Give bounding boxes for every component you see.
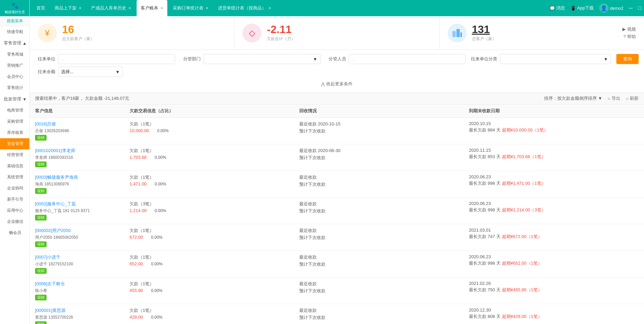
tab-close-production-history[interactable]: ✕ <box>128 6 131 10</box>
customer-info-3: [0002]服务中心_丁磊 服务中心_丁磊 181 0125 8371 现销 <box>35 201 130 220</box>
tab-close-products-off[interactable]: ✕ <box>79 6 82 10</box>
sort-label[interactable]: 排序：按欠款金额倒序排序 ▼ <box>544 95 603 101</box>
overdue-info-6: 2021.02.26 最长欠款 750 天 超期¥455.90（1笔） <box>469 281 639 293</box>
col-header-debt-info: 欠款交易信息（占比） <box>130 108 299 114</box>
customer-name-3[interactable]: [0002]服务中心_丁磊 <box>35 201 130 207</box>
customer-name-6[interactable]: [0006]去下粮仓 <box>35 281 130 287</box>
tab-customer-account[interactable]: 客户账本 ✕ <box>137 0 167 16</box>
filter-vendor-category-select[interactable]: ▼ <box>500 54 611 64</box>
message-icon[interactable]: 💬 消息 <box>550 5 565 11</box>
customer-phone-4: 用户2050 18665062050 <box>35 235 130 240</box>
debt-row-3: 1,214.00 0.00% <box>130 208 299 213</box>
sidebar-item-member-center[interactable]: 会员中心 <box>0 71 29 82</box>
collapse-button[interactable]: ⋀ 收起更多条件 <box>321 81 353 87</box>
sidebar-item-new-guide[interactable]: 新手引导 <box>0 194 29 205</box>
sidebar-item-retail-mgmt[interactable]: 零售管理▲ <box>0 37 29 49</box>
overdue-info-2: 2020.06.23 最长欠款 998 天 超期¥1,471.00（1笔） <box>469 174 639 186</box>
summary-actions: ▶ 视频 ? 帮助 <box>622 26 636 40</box>
recovery-info-5: 最近收款 预计下次收款 <box>299 254 469 267</box>
window-minimize-icon[interactable]: ─ <box>629 5 633 11</box>
help-icon: ? <box>623 34 626 39</box>
col-header-recovery: 回收情况 <box>299 108 469 114</box>
sidebar-item-search-menu[interactable]: 搜索菜单 <box>0 16 29 26</box>
sidebar-item-ecommerce[interactable]: 电商管理 <box>0 105 29 116</box>
total-debt-icon: ◇ <box>243 24 261 42</box>
tab-purchase-order[interactable]: 采购订单统计表 ✕ <box>169 0 213 16</box>
sidebar-item-ops-mgmt[interactable]: 经营管理 <box>0 149 29 160</box>
customer-tag-0: 现销 <box>35 135 47 141</box>
customer-name-4[interactable]: [000002]用户2050 <box>35 228 130 234</box>
filter-vendor-input[interactable]: ... <box>58 54 175 64</box>
table-row: [000002]用户2050 用户2050 18665062050 现销 欠款（… <box>30 224 644 251</box>
customer-name-2[interactable]: [0003]畅捷服务尹海燕 <box>35 174 130 180</box>
customer-tag-1: 现销 <box>35 161 47 167</box>
app-download-icon[interactable]: 📱 App下载 <box>570 5 594 11</box>
table-row: [0007]小进千 小进千 18279152100 现销 欠款（1笔） 652.… <box>30 251 644 277</box>
sidebar-item-member-plus[interactable]: 畅会员 <box>0 227 29 238</box>
user-avatar[interactable]: 👤 demo2 <box>599 3 623 13</box>
sidebar-item-batch-mgmt[interactable]: 批发管理▼ <box>0 93 29 105</box>
export-button[interactable]: ○ 导出 <box>608 95 620 101</box>
sidebar-item-marketing[interactable]: 营销推广 <box>0 60 29 71</box>
sidebar-item-enterprise-collab[interactable]: 企业协同 <box>0 183 29 194</box>
debt-row-0: 10,000.00 0.00% <box>130 128 299 133</box>
sidebar-item-finance[interactable]: 资金管理 <box>0 138 29 149</box>
customer-name-5[interactable]: [0007]小进千 <box>35 254 130 260</box>
search-button[interactable]: 查询 <box>616 54 639 64</box>
filter-dept-label: 分管部门 <box>180 56 201 62</box>
debt-customers-label: 总欠款客户（家） <box>62 36 94 42</box>
video-btn[interactable]: ▶ 视频 <box>622 26 636 32</box>
debt-info-0: 欠款（1笔） 10,000.00 0.00% <box>130 121 299 133</box>
tab-close-purchase-order[interactable]: ✕ <box>205 6 208 10</box>
sidebar-item-quick-nav[interactable]: 快捷导航 <box>0 26 29 37</box>
customer-tag-4: 现销 <box>35 241 47 247</box>
sidebar-item-purchase-mgmt[interactable]: 采购管理 <box>0 116 29 127</box>
debt-row-1: 1,703.68 0.00% <box>130 155 299 160</box>
video-icon: ▶ <box>622 27 626 32</box>
sidebar-item-retail-stats[interactable]: 零售统计 <box>0 82 29 93</box>
tab-close-customer-account[interactable]: ✕ <box>160 6 163 10</box>
customer-name-7[interactable]: [000001]黄思源 <box>35 307 130 314</box>
tab-close-incoming-stats[interactable]: ✕ <box>268 6 271 10</box>
total-customers-icon <box>448 24 467 42</box>
tab-products-off[interactable]: 商品上下架 ✕ <box>51 0 86 16</box>
customer-info-1: [0001020001]李老师 李老师 18600391516 现销 <box>35 148 130 167</box>
debt-row-4: 672.00 0.00% <box>130 235 299 240</box>
filter-balance-select[interactable]: 选择... ▼ <box>58 67 123 77</box>
svg-rect-2 <box>460 32 462 37</box>
window-maximize-icon[interactable]: □ <box>638 5 641 11</box>
sidebar-item-inventory[interactable]: 库存核算 <box>0 127 29 138</box>
refresh-button[interactable]: ○ 刷新 <box>626 95 639 101</box>
sidebar-item-enterprise-wechat[interactable]: 企业微信 <box>0 216 29 227</box>
filter-manager-input[interactable]: ... <box>349 54 466 64</box>
tab-home[interactable]: 首页 <box>32 0 49 16</box>
overdue-info-0: 2020.10.15 最长欠款 884 天 超期¥10,000.00（1笔） <box>469 121 639 133</box>
table-header: 客户信息 欠款交易信息（占比） 回收情况 到期未收款日期 <box>30 105 644 118</box>
sidebar-item-system-mgmt[interactable]: 系统管理 <box>0 172 29 183</box>
customer-info-7: [000001]黄思源 黄思源 13552700226 现销 <box>35 307 130 324</box>
debt-customers-number: 16 <box>62 24 94 35</box>
overdue-info-7: 2020.12.30 最长欠款 808 天 超期¥429.00（1笔） <box>469 307 639 320</box>
customer-info-4: [000002]用户2050 用户2050 18665062050 现销 <box>35 228 130 247</box>
help-btn[interactable]: ? 帮助 <box>623 34 636 40</box>
collapse-row: ⋀ 收起更多条件 <box>35 80 639 88</box>
table-row: [0006]去下粮仓 陈小希 现销 欠款（1笔） 455.90 0.00% 最近… <box>30 277 644 304</box>
table-row: [000001]黄思源 黄思源 13552700226 现销 欠款（1笔） 42… <box>30 304 644 324</box>
overdue-info-1: 2020.11.15 最长欠款 853 天 超期¥1,703.68（1笔） <box>469 148 639 160</box>
tab-production-history[interactable]: 产成品入库单历史 ✕ <box>87 0 135 16</box>
filter-dept-select[interactable]: ▼ <box>203 54 320 64</box>
sidebar-item-basic-info[interactable]: 基础信息 <box>0 160 29 172</box>
customer-phone-3: 服务中心_丁磊 181 0125 8371 <box>35 208 130 214</box>
customer-tag-7: 现销 <box>35 321 47 324</box>
sidebar-item-retail-mall[interactable]: 零售商城 <box>0 49 29 60</box>
tab-incoming-stats[interactable]: 进货单统计表（按商品） ✕ <box>214 0 275 16</box>
sidebar-item-app-center[interactable]: 应用中心 <box>0 205 29 216</box>
customer-name-1[interactable]: [0001020001]李老师 <box>35 148 130 154</box>
table-row-5: [0007]小进千 小进千 18279152100 现销 欠款（1笔） 652.… <box>30 251 644 277</box>
table-row-1: [0001020001]李老师 李老师 18600391516 现销 欠款（1笔… <box>30 144 644 171</box>
debt-row-5: 652.00 0.00% <box>130 261 299 266</box>
customer-name-0[interactable]: [0016]吕俊 <box>35 121 130 127</box>
filter-vendor-category-arrow: ▼ <box>604 57 608 62</box>
sidebar-nav: 快捷导航 零售管理▲ 零售商城 营销推广 会员中心 零售统计 批发管理▼ 电商管… <box>0 26 29 324</box>
filter-manager: 分管人员 ... <box>326 54 466 64</box>
